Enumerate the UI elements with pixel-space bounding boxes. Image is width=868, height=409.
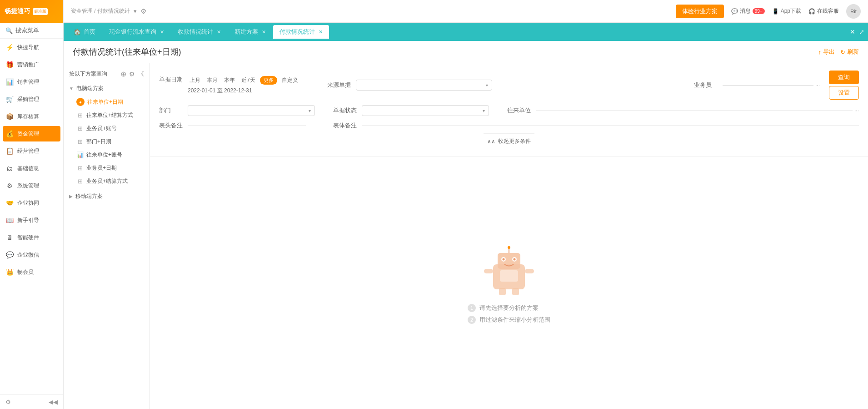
empty-tips: 1 请先选择要分析的方案 2 用过滤条件来缩小分析范围 xyxy=(468,304,550,324)
settings-icon[interactable]: ⚙ xyxy=(5,399,11,405)
dept-dropdown-icon: ▾ xyxy=(309,108,311,113)
svg-rect-1 xyxy=(498,253,520,269)
empty-state: 1 请先选择要分析的方案 2 用过滤条件来缩小分析范围 xyxy=(150,244,868,324)
tab-receipt-label: 收款情况统计 xyxy=(178,28,213,36)
guide-icon: 📖 xyxy=(5,216,14,224)
sidebar-item-inventory[interactable]: 📦 库存核算 xyxy=(0,108,63,125)
filter-settings-button[interactable]: 设置 xyxy=(829,86,859,100)
tab-receipt[interactable]: 收款情况统计 ✕ xyxy=(171,25,227,39)
search-label: 搜索菜单 xyxy=(15,26,39,35)
online-service-item[interactable]: 🎧 在线客服 xyxy=(808,7,839,15)
scheme-item-unit-settle[interactable]: ⊞ 往来单位+结算方式 xyxy=(64,109,150,122)
date-more-btn[interactable]: 更多 xyxy=(260,76,277,85)
date-last-month-btn[interactable]: 上月 xyxy=(188,76,202,85)
tab-new-plan[interactable]: 新建方案 ✕ xyxy=(228,25,272,39)
scheme-item-label: 业务员+结算方式 xyxy=(86,177,128,185)
hardware-icon: 🖥 xyxy=(5,233,14,242)
collapse-panel-icon[interactable]: 《 xyxy=(138,70,144,78)
message-icon: 💬 xyxy=(731,8,738,15)
collapse-button[interactable]: ∧∧ 收起更多条件 xyxy=(484,133,534,149)
staff-input-area: ··· xyxy=(723,82,820,88)
empty-tip-2: 2 用过滤条件来缩小分析范围 xyxy=(468,316,550,324)
bill-status-filter: 单据状态 ▾ xyxy=(333,105,489,116)
sidebar-item-operation[interactable]: 📋 经营管理 xyxy=(0,142,63,160)
sidebar-item-basic[interactable]: 🗂 基础信息 xyxy=(0,160,63,177)
sidebar-item-member[interactable]: 👑 畅会员 xyxy=(0,263,63,281)
table-icon: ⊞ xyxy=(76,112,84,119)
dropdown-icon[interactable]: ▾ xyxy=(134,8,137,15)
message-item[interactable]: 💬 消息 99+ xyxy=(731,7,765,15)
dept-select[interactable]: ▾ xyxy=(188,105,315,116)
trial-button[interactable]: 体验行业方案 xyxy=(676,5,724,18)
sidebar-item-guide[interactable]: 📖 新手引导 xyxy=(0,212,63,229)
source-select[interactable]: ▾ xyxy=(356,80,492,91)
page-header: 付款情况统计(往来单位+日期) ↑ 导出 ↻ 刷新 xyxy=(64,41,868,63)
scheme-item-unit-date[interactable]: ● 往来单位+日期 xyxy=(64,95,150,109)
sidebar-item-hardware[interactable]: 🖥 智能硬件 xyxy=(0,229,63,246)
scheme-item-staff-settle[interactable]: ⊞ 业务员+结算方式 xyxy=(64,175,150,188)
tab-receipt-close[interactable]: ✕ xyxy=(217,29,221,35)
collapse-sidebar-icon[interactable]: ◀◀ xyxy=(49,399,58,405)
export-icon: ↑ xyxy=(818,49,822,56)
tab-payment-close[interactable]: ✕ xyxy=(319,29,323,35)
scheme-item-staff-account[interactable]: ⊞ 业务员+账号 xyxy=(64,122,150,135)
mobile-group-header[interactable]: ▶ 移动端方案 xyxy=(64,190,150,203)
sidebar-item-collab[interactable]: 🤝 企业协同 xyxy=(0,194,63,212)
query-actions: 查询 设置 xyxy=(829,71,859,100)
bill-status-select[interactable]: ▾ xyxy=(362,105,489,116)
tab-payment[interactable]: 付款情况统计 ✕ xyxy=(273,25,329,39)
source-filter: 来源单据 ▾ xyxy=(327,80,685,91)
scheme-item-staff-date[interactable]: ⊞ 业务员+日期 xyxy=(64,162,150,175)
inventory-icon: 📦 xyxy=(5,112,14,121)
refresh-icon: ↻ xyxy=(840,49,845,56)
sidebar-item-system[interactable]: ⚙ 系统管理 xyxy=(0,177,63,194)
query-button[interactable]: 查询 xyxy=(829,71,859,84)
tab-maximize-button[interactable]: ⤢ xyxy=(859,28,864,35)
tip-1-text: 请先选择要分析的方案 xyxy=(479,304,539,312)
tab-home[interactable]: 🏠 首页 xyxy=(67,25,102,39)
search-menu[interactable]: 🔍 搜索菜单 xyxy=(0,23,63,39)
scheme-item-dept-date[interactable]: ⊞ 部门+日期 xyxy=(64,135,150,148)
shortcut-icon: ⚡ xyxy=(5,43,14,51)
scheme-item-unit-account[interactable]: 📊 往来单位+账号 xyxy=(64,148,150,162)
online-service-label: 在线客服 xyxy=(817,7,839,15)
tab-new-plan-close[interactable]: ✕ xyxy=(262,29,266,35)
tip-1-num: 1 xyxy=(468,304,476,312)
date-this-year-btn[interactable]: 本年 xyxy=(222,76,237,85)
sidebar-item-sales[interactable]: 📊 销售管理 xyxy=(0,73,63,91)
add-scheme-icon[interactable]: ⊕ xyxy=(120,70,126,78)
sidebar-item-shortcut[interactable]: ⚡ 快捷导航 xyxy=(0,39,63,56)
table-icon: ⊞ xyxy=(76,165,84,172)
staff-more-icon[interactable]: ··· xyxy=(815,82,820,88)
scheme-item-label: 业务员+账号 xyxy=(86,125,117,132)
refresh-button[interactable]: ↻ 刷新 xyxy=(840,48,859,56)
tab-bank-close[interactable]: ✕ xyxy=(160,29,164,35)
scheme-panel-icons: ⊕ ⚙ 《 xyxy=(120,70,144,78)
tab-bank[interactable]: 现金银行流水查询 ✕ xyxy=(103,25,170,39)
basic-icon: 🗂 xyxy=(5,164,14,172)
tab-new-plan-label: 新建方案 xyxy=(234,28,258,36)
tab-close-all-button[interactable]: ✕ xyxy=(850,28,855,35)
svg-rect-10 xyxy=(500,270,518,282)
sidebar-item-purchase[interactable]: 🛒 采购管理 xyxy=(0,91,63,108)
sidebar-item-wechat[interactable]: 💬 企业微信 xyxy=(0,246,63,263)
filter-row-2: 部门 ▾ 单据状态 ▾ xyxy=(159,105,859,116)
capital-icon: 💰 xyxy=(5,130,14,138)
operation-icon: 📋 xyxy=(5,147,14,155)
export-button[interactable]: ↑ 导出 xyxy=(818,48,835,56)
app-download-item[interactable]: 📱 App下载 xyxy=(772,7,801,15)
settings-gear-icon[interactable]: ⚙ xyxy=(140,7,146,15)
date-custom-btn[interactable]: 自定义 xyxy=(280,76,300,85)
sidebar-item-label: 畅会员 xyxy=(17,268,34,276)
sidebar-item-capital[interactable]: 💰 资金管理 xyxy=(3,126,60,141)
sidebar-item-marketing[interactable]: 🎁 营销推广 xyxy=(0,56,63,73)
date-7days-btn[interactable]: 近7天 xyxy=(239,76,257,85)
sidebar-item-label: 快捷导航 xyxy=(17,44,39,51)
desktop-group-header[interactable]: ▼ 电脑端方案 xyxy=(64,82,150,95)
partner-more-icon[interactable]: ··· xyxy=(854,107,859,114)
scheme-settings-icon[interactable]: ⚙ xyxy=(129,71,135,78)
date-this-month-btn[interactable]: 本月 xyxy=(205,76,219,85)
date-range-value: 2022-01-01 至 2022-12-31 xyxy=(188,87,300,95)
staff-filter: 业务员 ··· xyxy=(694,81,820,89)
user-avatar[interactable]: Rit xyxy=(846,4,861,19)
